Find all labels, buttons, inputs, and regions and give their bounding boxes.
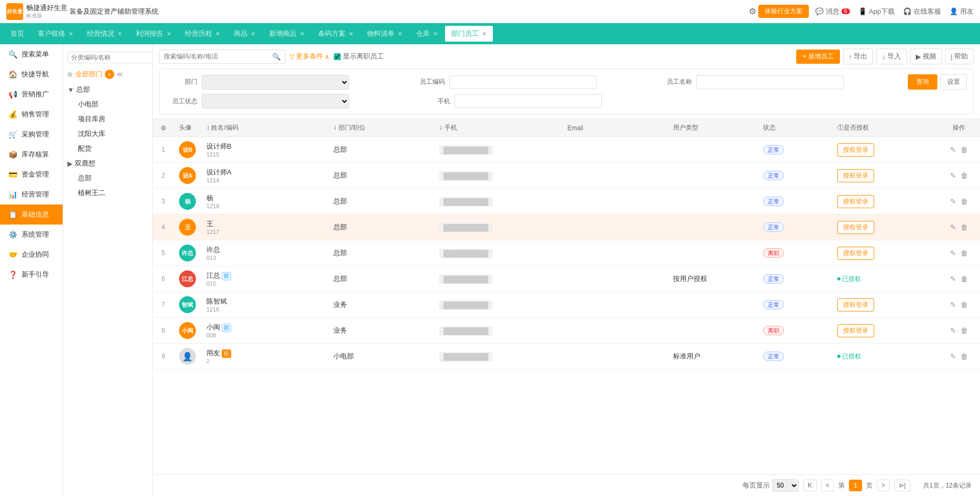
close-icon[interactable]: ✕ [117, 31, 122, 37]
notification-btn[interactable]: 💬 消息 6 [815, 7, 850, 16]
close-icon[interactable]: ✕ [166, 31, 171, 37]
tab-goods[interactable]: 商品 ✕ [227, 26, 262, 42]
edit-button[interactable]: ✎ [949, 170, 957, 181]
col-dept-header[interactable]: ↕ 部门/职位 [328, 119, 434, 137]
tree-child-xiaodian[interactable]: 小电部 [63, 97, 152, 112]
trial-button[interactable]: 体验行业方案 [758, 5, 809, 18]
auth-button[interactable]: 授权登录 [837, 195, 874, 208]
close-icon[interactable]: ✕ [215, 31, 220, 37]
sidebar-item-operations[interactable]: 📊 经营管理 [0, 184, 63, 205]
more-conditions-btn[interactable]: ▽ 更多条件 ∧ [290, 52, 330, 61]
sidebar-item-search[interactable]: 🔍 搜索菜单 [0, 44, 63, 64]
add-employee-button[interactable]: + 新增员工 [796, 50, 839, 64]
auth-button[interactable]: 授权登录 [837, 169, 874, 182]
delete-button[interactable]: 🗑 [959, 144, 969, 155]
prev-page-button[interactable]: < [821, 480, 834, 491]
tab-staff[interactable]: 部门员工 ✕ [445, 26, 493, 42]
tab-customer[interactable]: 客户联络 ✕ [32, 26, 80, 42]
edit-button[interactable]: ✎ [949, 196, 957, 207]
tree-node-zongbu[interactable]: ▼ 总部 [63, 82, 152, 97]
tab-profit[interactable]: 利润报告 ✕ [130, 26, 177, 42]
auth-button[interactable]: 授权登录 [837, 143, 874, 157]
tree-node-shuangluxiang[interactable]: ▶ 双鹿想 [63, 156, 152, 171]
tab-home[interactable]: 首页 [4, 26, 31, 42]
col-settings[interactable]: ⚙ [153, 119, 174, 137]
search-submit-button[interactable]: 查询 [908, 74, 937, 90]
show-resigned-checkbox[interactable] [334, 53, 341, 60]
tab-operation[interactable]: 经营情况 ✕ [81, 26, 128, 42]
sidebar-item-purchase[interactable]: 🛒 采购管理 [0, 124, 63, 144]
export-button[interactable]: ↑ 导出 [843, 48, 874, 64]
online-service-btn[interactable]: 🎧 在线客服 [903, 7, 941, 16]
help-button[interactable]: | 帮助 [945, 48, 974, 64]
sidebar-item-finance[interactable]: 💳 资金管理 [0, 164, 63, 184]
edit-button[interactable]: ✎ [949, 248, 957, 258]
sidebar-item-nav[interactable]: 🏠 快捷导航 [0, 64, 63, 84]
per-page-select[interactable]: 50 100 [772, 479, 799, 492]
close-icon[interactable]: ✕ [349, 31, 353, 37]
col-phone-header[interactable]: ↕ 手机 [434, 119, 562, 137]
delete-button[interactable]: 🗑 [959, 325, 969, 336]
import-button[interactable]: ↓ 导入 [876, 48, 907, 64]
tab-new-goods[interactable]: 新增商品 ✕ [263, 26, 311, 42]
last-page-button[interactable]: ⊳| [894, 480, 910, 491]
first-page-button[interactable]: K [803, 480, 817, 491]
edit-button[interactable]: ✎ [949, 222, 957, 232]
delete-button[interactable]: 🗑 [959, 222, 969, 232]
search-button[interactable]: 🔍 [268, 50, 285, 63]
tab-warehouse[interactable]: 仓库 ✕ [410, 26, 444, 42]
edit-button[interactable]: ✎ [949, 299, 957, 310]
tree-add-btn[interactable]: + [105, 70, 114, 79]
delete-button[interactable]: 🗑 [959, 299, 969, 310]
delete-button[interactable]: 🗑 [959, 170, 969, 181]
col-name-header[interactable]: ↕ 姓名/编码 [201, 119, 328, 137]
edit-button[interactable]: ✎ [949, 351, 957, 362]
sidebar-item-system[interactable]: ⚙️ 系统管理 [0, 225, 63, 245]
search-input[interactable] [160, 50, 268, 63]
tree-collapse-btn[interactable]: ≪ [116, 71, 123, 78]
dept-select[interactable] [202, 75, 349, 90]
sidebar-item-base-info[interactable]: 📋 基础信息 [0, 205, 63, 225]
sidebar-item-guide[interactable]: ❓ 新手引导 [0, 265, 63, 285]
close-icon[interactable]: ✕ [300, 31, 304, 37]
auth-button[interactable]: 授权登录 [837, 221, 874, 234]
tab-history[interactable]: 经营历程 ✕ [179, 26, 226, 42]
edit-button[interactable]: ✎ [949, 274, 957, 284]
close-icon[interactable]: ✕ [433, 31, 438, 37]
delete-button[interactable]: 🗑 [959, 351, 969, 362]
sidebar-item-sales[interactable]: 💰 销售管理 [0, 104, 63, 124]
gear-icon[interactable]: ⚙ [749, 6, 756, 16]
emp-name-input[interactable] [696, 75, 844, 89]
tree-child-peihuo[interactable]: 配货 [63, 141, 152, 156]
tree-search-input[interactable] [67, 52, 153, 63]
next-page-button[interactable]: > [877, 480, 890, 491]
close-icon[interactable]: ✕ [398, 31, 402, 37]
tree-child-shenyang[interactable]: 沈阳大库 [63, 127, 152, 141]
edit-button[interactable]: ✎ [949, 144, 957, 155]
phone-input[interactable] [454, 94, 602, 108]
sidebar-item-marketing[interactable]: 📢 营销推广 [0, 84, 63, 104]
close-icon[interactable]: ✕ [68, 31, 73, 37]
edit-button[interactable]: ✎ [949, 325, 957, 336]
user-avatar[interactable]: 👤 用友 [949, 7, 974, 16]
delete-button[interactable]: 🗑 [959, 274, 969, 284]
tree-child-zongbu2[interactable]: 总部 [63, 171, 152, 186]
delete-button[interactable]: 🗑 [959, 248, 969, 258]
tree-child-xiangmu[interactable]: 项目库房 [63, 112, 152, 127]
tab-barcode[interactable]: 条码方案 ✕ [312, 26, 360, 42]
close-icon[interactable]: ✕ [251, 31, 255, 37]
view-button[interactable]: ▶ 视频 [910, 48, 942, 64]
tree-root-label[interactable]: 全部部门 [75, 70, 103, 79]
auth-button[interactable]: 授权登录 [837, 298, 874, 312]
delete-button[interactable]: 🗑 [959, 196, 969, 207]
auth-button[interactable]: 授权登录 [837, 247, 874, 260]
sidebar-item-collab[interactable]: 🤝 企业协同 [0, 245, 63, 265]
settings-button[interactable]: 设置 [941, 74, 967, 90]
tab-bom[interactable]: 物料清单 ✕ [361, 26, 409, 42]
emp-code-input[interactable] [449, 75, 597, 89]
sidebar-item-inventory[interactable]: 📦 库存核算 [0, 144, 63, 164]
auth-button[interactable]: 授权登录 [837, 324, 874, 337]
emp-status-select[interactable] [202, 94, 349, 109]
close-icon[interactable]: ✕ [482, 31, 487, 37]
app-download-btn[interactable]: 📱 App下载 [858, 7, 895, 16]
